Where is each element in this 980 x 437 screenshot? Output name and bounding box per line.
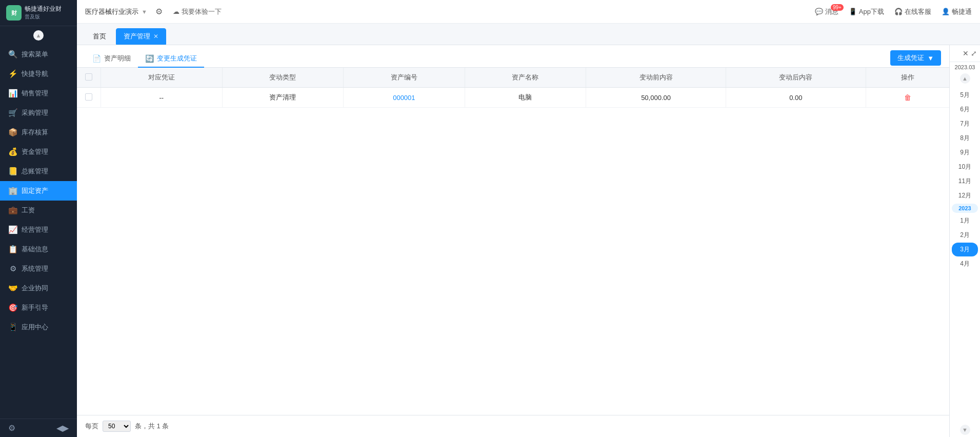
app-download-button[interactable]: 📱 App下载 [849,7,884,16]
sidebar-scroll-up[interactable]: ▲ [33,30,44,41]
user-icon: 👤 [942,8,950,15]
right-panel-header: ✕ ⤢ [950,45,980,62]
panel-year-month: 2023.03 [950,62,980,71]
current-year-label: 2023 [952,204,978,213]
company-dropdown-arrow: ▼ [142,9,147,15]
company-name: 医疗器械行业演示 [85,7,138,16]
th-before-change: 变动前内容 [586,68,726,88]
date-month-4[interactable]: 4月 [952,257,978,271]
row-action-cell: 🗑 [866,88,949,108]
date-month-7[interactable]: 7月 [952,117,978,131]
date-list: 5月 6月 7月 8月 9月 10月 11月 12月 2023 1月 2月 3月… [950,86,980,423]
per-page-label: 每页 [85,422,98,431]
content-main: 📄 资产明细 🔄 变更生成凭证 生成凭证 ▼ [77,45,949,437]
row-checkbox[interactable] [85,93,92,101]
sidebar-footer: ⚙ ◀▶ [0,419,77,437]
sidebar-item-fixed-assets[interactable]: 🏢 固定资产 [0,181,77,201]
settings-gear-icon[interactable]: ⚙ [8,423,15,433]
sidebar-item-operations[interactable]: 📈 经营管理 [0,220,77,240]
ledger-icon: 📒 [8,167,17,176]
asset-detail-icon: 📄 [92,54,101,63]
date-month-12[interactable]: 12月 [952,189,978,203]
purchase-icon: 🛒 [8,108,17,117]
th-change-type: 变动类型 [222,68,344,88]
sidebar-item-cooperation[interactable]: 🤝 企业协同 [0,279,77,298]
table-row: -- 资产清理 000001 电脑 [77,88,949,108]
date-month-6[interactable]: 6月 [952,103,978,116]
sidebar-item-payroll[interactable]: 💼 工资 [0,201,77,220]
user-menu-button[interactable]: 👤 畅捷通 [942,7,972,16]
fixed-assets-icon: 🏢 [8,186,17,195]
sidebar-item-quick-nav[interactable]: ⚡ 快捷导航 [0,64,77,84]
header-settings-icon[interactable]: ⚙ [155,7,163,16]
tab-close-icon[interactable]: ✕ [153,33,158,40]
row-asset-name: 电脑 [465,88,586,108]
date-month-2[interactable]: 2月 [952,228,978,242]
sub-tab-change-voucher[interactable]: 🔄 变更生成凭证 [138,50,204,68]
app-title: 畅捷通好业财 [25,5,62,13]
date-month-5[interactable]: 5月 [952,88,978,102]
app-center-icon: 📱 [8,323,17,332]
sub-tab-asset-detail[interactable]: 📄 资产明细 [85,50,138,68]
tab-asset-management[interactable]: 资产管理 ✕ [116,28,166,45]
date-month-3[interactable]: 3月 [952,243,978,256]
message-button[interactable]: 💬 消息 99+ [815,7,838,16]
content-area: 📄 资产明细 🔄 变更生成凭证 生成凭证 ▼ [77,45,980,437]
date-scroll-up[interactable]: ▲ [960,73,970,84]
date-month-11[interactable]: 11月 [952,174,978,188]
table-footer: 每页 50 10 20 100 条，共 1 条 [77,415,949,437]
row-voucher: -- [101,88,223,108]
message-badge: 99+ [831,4,844,11]
tab-home[interactable]: 首页 [85,28,114,45]
row-change-type: 资产清理 [222,88,344,108]
experience-button[interactable]: ☁ 我要体验一下 [173,7,222,16]
operations-icon: 📈 [8,225,17,234]
sidebar-item-search[interactable]: 🔍 搜索菜单 [0,45,77,64]
sidebar-item-sales[interactable]: 📊 销售管理 [0,84,77,103]
sidebar-item-purchase[interactable]: 🛒 采购管理 [0,103,77,123]
message-icon: 💬 [815,8,823,15]
sidebar-item-inventory[interactable]: 📦 库存核算 [0,123,77,142]
panel-expand-button[interactable]: ⤢ [971,49,977,57]
system-icon: ⚙ [8,264,17,273]
experience-icon: ☁ [173,8,179,15]
sidebar-collapse-icon[interactable]: ◀▶ [56,423,69,433]
sidebar-item-ledger[interactable]: 📒 总账管理 [0,162,77,181]
total-count-label: 条，共 1 条 [135,422,169,431]
sidebar-logo: 财 畅捷通好业财 普及版 [0,0,77,26]
quick-nav-icon: ⚡ [8,69,17,78]
sidebar-nav: ▲ 🔍 搜索菜单 ⚡ 快捷导航 📊 销售管理 🛒 采购管理 📦 库存核算 💰 资… [0,26,77,419]
sidebar-item-system[interactable]: ⚙ 系统管理 [0,259,77,279]
sidebar-item-guide[interactable]: 🎯 新手引导 [0,298,77,317]
search-icon: 🔍 [8,50,17,59]
row-checkbox-cell [77,88,101,108]
company-selector[interactable]: 医疗器械行业演示 ▼ [85,7,147,16]
sales-icon: 📊 [8,89,17,98]
panel-close-button[interactable]: ✕ [963,49,969,57]
date-month-10[interactable]: 10月 [952,160,978,174]
date-month-9[interactable]: 9月 [952,146,978,160]
guide-icon: 🎯 [8,303,17,312]
per-page-select[interactable]: 50 10 20 100 [103,421,131,432]
th-action: 操作 [866,68,949,88]
customer-service-icon: 🎧 [894,8,903,15]
row-delete-button[interactable]: 🗑 [904,93,911,102]
row-before-change: 50,000.00 [586,88,726,108]
select-all-checkbox[interactable] [85,73,92,81]
generate-voucher-button[interactable]: 生成凭证 ▼ [890,50,941,66]
date-month-8[interactable]: 8月 [952,131,978,145]
row-after-change: 0.00 [726,88,866,108]
sidebar-item-app-center[interactable]: 📱 应用中心 [0,317,77,337]
sidebar-item-basic-info[interactable]: 📋 基础信息 [0,240,77,259]
row-asset-code: 000001 [344,88,465,108]
th-voucher: 对应凭证 [101,68,223,88]
sub-tabs: 📄 资产明细 🔄 变更生成凭证 生成凭证 ▼ [77,45,949,68]
customer-service-button[interactable]: 🎧 在线客服 [894,7,931,16]
nav-tabs: 首页 资产管理 ✕ [77,24,980,45]
table-container: 对应凭证 变动类型 资产编号 资产名称 [77,68,949,415]
sidebar-item-finance[interactable]: 💰 资金管理 [0,142,77,162]
table-header-row: 对应凭证 变动类型 资产编号 资产名称 [77,68,949,88]
change-voucher-icon: 🔄 [145,54,154,63]
date-month-1[interactable]: 1月 [952,214,978,228]
date-scroll-down[interactable]: ▼ [960,425,970,435]
